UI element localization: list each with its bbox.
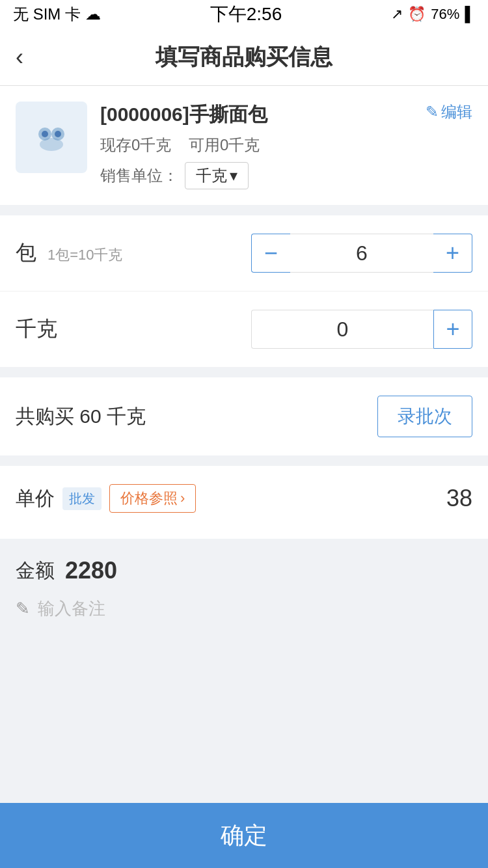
remark-icon: ✎ bbox=[16, 599, 30, 619]
available-label: 可用0千克 bbox=[189, 136, 260, 154]
battery-label: 76% bbox=[431, 6, 459, 23]
unit-select[interactable]: 千克 ▾ bbox=[185, 162, 249, 189]
product-card: [0000006]手撕面包 ✎ 编辑 现存0千克 可用0千克 销售单位： 千克 … bbox=[0, 86, 488, 205]
quantity-label-kg: 千克 bbox=[16, 315, 251, 344]
summary-text: 共购买 60 千克 bbox=[16, 403, 146, 430]
status-time: 下午2:56 bbox=[210, 2, 282, 27]
price-ref-button[interactable]: 价格参照 › bbox=[109, 484, 196, 513]
increase-bao-button[interactable]: + bbox=[433, 234, 472, 273]
product-stock: 现存0千克 可用0千克 bbox=[100, 135, 472, 156]
quantity-bao-input[interactable] bbox=[290, 234, 433, 273]
product-image bbox=[16, 102, 87, 173]
product-info: [0000006]手撕面包 ✎ 编辑 现存0千克 可用0千克 销售单位： 千克 … bbox=[100, 102, 472, 189]
dropdown-icon: ▾ bbox=[230, 167, 237, 185]
price-label: 单价 bbox=[16, 485, 55, 512]
unit-prefix: 销售单位： bbox=[100, 165, 178, 186]
price-ref-label: 价格参照 bbox=[120, 489, 178, 508]
batch-button[interactable]: 录批次 bbox=[377, 396, 472, 437]
sim-label: 无 SIM 卡 ☁ bbox=[13, 4, 101, 25]
decrease-bao-button[interactable]: − bbox=[251, 234, 290, 273]
increase-kg-button[interactable]: + bbox=[433, 310, 472, 349]
batch-tag: 批发 bbox=[62, 487, 102, 510]
confirm-label: 确定 bbox=[221, 820, 267, 852]
edit-label: 编辑 bbox=[441, 102, 472, 122]
nav-bar: ‹ 填写商品购买信息 bbox=[0, 29, 488, 86]
location-icon: ↗ bbox=[391, 6, 403, 23]
page-title: 填写商品购买信息 bbox=[156, 42, 332, 72]
price-section: 单价 批发 价格参照 › 38 bbox=[0, 466, 488, 539]
bottom-spacer bbox=[0, 633, 488, 698]
status-left: 无 SIM 卡 ☁ bbox=[13, 4, 101, 25]
amount-row: 金额 2280 bbox=[16, 557, 472, 584]
unit-value: 千克 bbox=[196, 165, 227, 186]
price-ref-arrow: › bbox=[180, 490, 185, 507]
price-value: 38 bbox=[446, 485, 472, 512]
remark-placeholder: 输入备注 bbox=[38, 597, 105, 620]
quantity-sublabel-bao: 1包=10千克 bbox=[47, 247, 123, 263]
summary-row: 共购买 60 千克 录批次 bbox=[0, 377, 488, 455]
quantity-row-bao: 包 1包=10千克 − + bbox=[0, 215, 488, 292]
amount-section: 金额 2280 ✎ 输入备注 bbox=[0, 539, 488, 633]
edit-icon: ✎ bbox=[426, 103, 439, 121]
amount-label: 金额 bbox=[16, 558, 55, 584]
alarm-icon: ⏰ bbox=[408, 6, 426, 23]
amount-value: 2280 bbox=[65, 557, 117, 584]
stock-label: 现存0千克 bbox=[100, 136, 171, 154]
quantity-label-bao: 包 1包=10千克 bbox=[16, 239, 251, 267]
price-label-group: 单价 批发 价格参照 › bbox=[16, 484, 196, 513]
product-logo-icon bbox=[32, 121, 71, 154]
quantity-controls-kg: + bbox=[251, 310, 472, 349]
svg-point-2 bbox=[42, 131, 48, 137]
remark-row[interactable]: ✎ 输入备注 bbox=[16, 597, 472, 620]
battery-icon: ▌ bbox=[465, 6, 475, 23]
confirm-button[interactable]: 确定 bbox=[0, 803, 488, 868]
product-unit-row: 销售单位： 千克 ▾ bbox=[100, 162, 472, 189]
svg-point-3 bbox=[55, 131, 61, 137]
content-area: [0000006]手撕面包 ✎ 编辑 现存0千克 可用0千克 销售单位： 千克 … bbox=[0, 86, 488, 698]
price-row: 单价 批发 价格参照 › 38 bbox=[16, 484, 472, 513]
quantity-row-kg: 千克 + bbox=[0, 292, 488, 367]
product-name: [0000006]手撕面包 bbox=[100, 102, 267, 128]
status-bar: 无 SIM 卡 ☁ 下午2:56 ↗ ⏰ 76% ▌ bbox=[0, 0, 488, 29]
product-header: [0000006]手撕面包 ✎ 编辑 bbox=[100, 102, 472, 128]
svg-point-4 bbox=[40, 138, 63, 151]
status-right: ↗ ⏰ 76% ▌ bbox=[391, 6, 475, 23]
quantity-kg-input[interactable] bbox=[251, 310, 433, 349]
back-button[interactable]: ‹ bbox=[16, 44, 23, 71]
quantity-controls-bao: − + bbox=[251, 234, 472, 273]
quantity-section: 包 1包=10千克 − + 千克 + bbox=[0, 215, 488, 367]
edit-button[interactable]: ✎ 编辑 bbox=[426, 102, 472, 122]
